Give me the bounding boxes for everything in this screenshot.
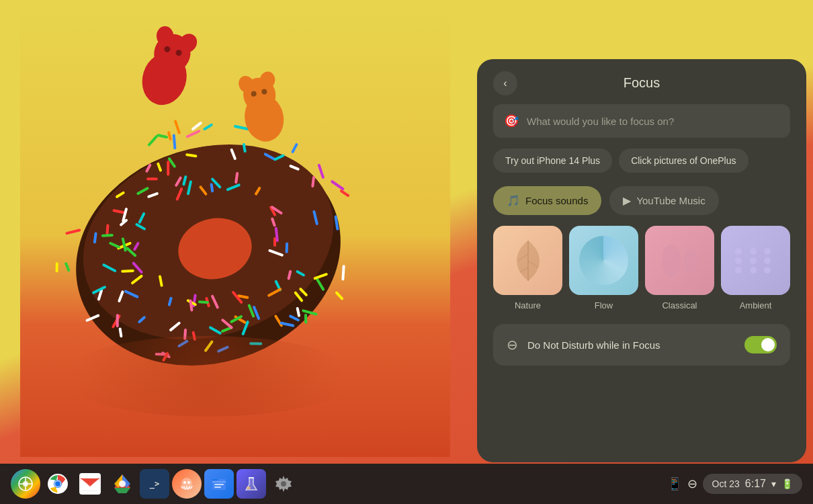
youtube-music-tab[interactable]: ▶ YouTube Music <box>609 186 718 215</box>
ambient-dot <box>764 248 771 255</box>
flow-card-image <box>569 226 638 295</box>
svg-rect-17 <box>214 484 224 485</box>
flask-icon[interactable] <box>237 469 266 499</box>
classical-shape-1 <box>662 244 681 278</box>
classical-card[interactable]: Classical <box>645 226 714 310</box>
focus-sounds-tab[interactable]: 🎵 Focus sounds <box>493 186 601 215</box>
youtube-music-icon: ▶ <box>623 194 631 207</box>
focus-sounds-label: Focus sounds <box>525 195 588 206</box>
launcher-icon[interactable] <box>11 469 40 499</box>
dnd-left: ⊖ Do Not Disturb while in Focus <box>507 337 660 353</box>
svg-point-9 <box>55 481 60 487</box>
flask-svg <box>243 475 260 493</box>
toggle-knob <box>761 338 775 351</box>
launcher-svg <box>18 476 33 491</box>
chrome-svg <box>47 473 69 495</box>
panel-title: Focus <box>624 75 660 91</box>
ambient-card[interactable]: Ambient <box>721 226 790 310</box>
leaf-icon <box>508 237 548 284</box>
svg-point-21 <box>281 481 286 487</box>
classical-card-image <box>645 226 714 295</box>
flow-bg <box>569 226 638 295</box>
ambient-dot <box>735 248 742 255</box>
wifi-icon: ▾ <box>771 478 776 489</box>
ambient-dot <box>750 248 757 255</box>
svg-point-15 <box>187 481 190 484</box>
dnd-row: ⊖ Do Not Disturb while in Focus <box>493 324 790 366</box>
svg-rect-19 <box>249 477 254 478</box>
files-svg <box>210 475 228 493</box>
panel-header: ‹ Focus <box>493 75 790 91</box>
battery-icon: 🔋 <box>781 478 793 489</box>
focus-sounds-icon: 🎵 <box>507 194 520 207</box>
files-icon[interactable] <box>204 469 234 499</box>
ambient-dot <box>735 257 742 264</box>
taskbar-apps: _> <box>11 469 665 499</box>
photos-svg <box>112 473 133 495</box>
ambient-dot <box>764 257 771 264</box>
svg-point-14 <box>183 481 186 484</box>
time-display: 6:17 <box>745 478 766 490</box>
date-display: Oct 23 <box>712 478 740 489</box>
svg-point-12 <box>119 480 126 487</box>
chip-oneplus[interactable]: Click pictures of OnePlus <box>619 149 748 173</box>
classical-label: Classical <box>662 300 697 310</box>
nature-label: Nature <box>515 300 541 310</box>
search-placeholder: What would you like to focus on? <box>527 116 674 127</box>
dnd-toggle[interactable] <box>744 336 777 353</box>
wavy-svg <box>178 475 196 493</box>
ambient-bg <box>721 226 790 295</box>
nature-card-image <box>493 226 562 295</box>
nature-card[interactable]: Nature <box>493 226 562 310</box>
ambient-card-image <box>721 226 790 295</box>
dnd-label: Do Not Disturb while in Focus <box>527 339 660 351</box>
ambient-texture <box>735 248 777 274</box>
dnd-icon: ⊖ <box>507 337 518 353</box>
terminal-icon[interactable]: _> <box>140 469 169 499</box>
flow-card[interactable]: Flow <box>569 226 638 310</box>
settings-icon[interactable] <box>269 469 298 499</box>
svg-rect-18 <box>214 487 221 488</box>
phone-icon[interactable]: 📱 <box>667 476 682 491</box>
gmail-svg <box>79 473 101 495</box>
flow-label: Flow <box>595 300 613 310</box>
gmail-icon[interactable] <box>75 469 105 499</box>
chip-iphone[interactable]: Try out iPhone 14 Plus <box>493 149 612 173</box>
classical-shapes <box>662 244 698 278</box>
datetime-chip[interactable]: Oct 23 6:17 ▾ 🔋 <box>703 474 802 494</box>
ambient-dot <box>735 267 742 274</box>
focus-search-bar[interactable]: 🎯 What would you like to focus on? <box>493 104 790 138</box>
back-button[interactable]: ‹ <box>493 71 517 95</box>
suggestion-chips: Try out iPhone 14 Plus Click pictures of… <box>493 149 790 173</box>
svg-point-20 <box>247 487 251 489</box>
photos-icon[interactable] <box>108 469 137 499</box>
chrome-icon[interactable] <box>43 469 73 499</box>
terminal-label: _> <box>150 479 159 489</box>
settings-svg <box>274 474 293 493</box>
taskbar: _> <box>0 464 813 504</box>
classical-shape-2 <box>683 248 698 274</box>
focus-panel: ‹ Focus 🎯 What would you like to focus o… <box>477 59 806 462</box>
taskbar-right: 📱 ⊖ Oct 23 6:17 ▾ 🔋 <box>667 474 802 494</box>
ambient-dot <box>750 257 757 264</box>
flow-swirl <box>579 236 628 284</box>
taskbar-dnd-icon[interactable]: ⊖ <box>687 476 697 491</box>
wavy-icon[interactable] <box>172 469 202 499</box>
ambient-label: Ambient <box>740 300 772 310</box>
ambient-dot <box>764 267 771 274</box>
youtube-music-label: YouTube Music <box>636 195 705 206</box>
music-tabs: 🎵 Focus sounds ▶ YouTube Music <box>493 186 790 215</box>
ambient-dot <box>750 267 757 274</box>
sound-cards: Nature Flow Classical <box>493 226 790 310</box>
nature-bg <box>493 226 562 295</box>
classical-bg <box>645 226 714 295</box>
goal-icon: 🎯 <box>504 114 519 128</box>
svg-point-5 <box>23 481 28 487</box>
